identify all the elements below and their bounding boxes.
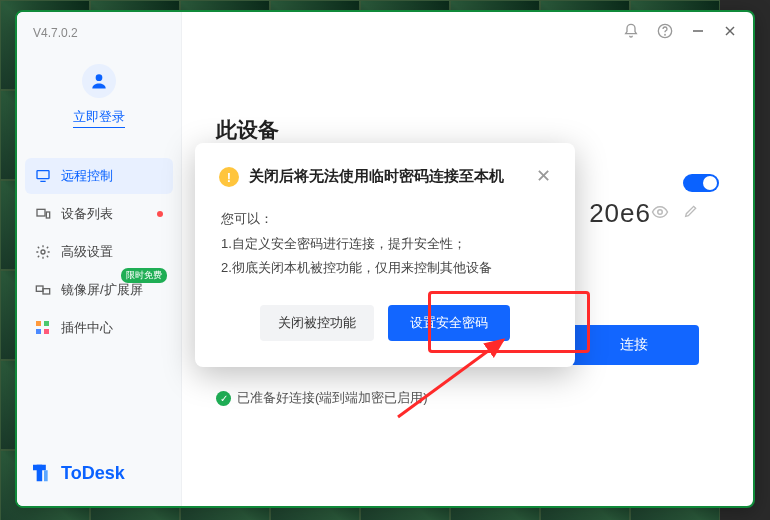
status-text: 已准备好连接(端到端加密已启用) bbox=[237, 389, 428, 407]
free-badge: 限时免费 bbox=[121, 268, 167, 283]
svg-rect-19 bbox=[44, 470, 48, 481]
dialog-title: 关闭后将无法使用临时密码连接至本机 bbox=[249, 167, 526, 186]
sidebar-item-settings[interactable]: 高级设置 bbox=[25, 234, 173, 270]
gear-icon bbox=[35, 244, 51, 260]
svg-point-1 bbox=[665, 34, 666, 35]
sidebar-item-label: 远程控制 bbox=[61, 167, 113, 185]
version-label: V4.7.0.2 bbox=[33, 26, 78, 40]
section-title: 此设备 bbox=[216, 116, 719, 144]
svg-rect-13 bbox=[36, 321, 41, 326]
sidebar-item-label: 镜像屏/扩展屏 bbox=[61, 281, 143, 299]
dialog-body: 您可以： 1.自定义安全密码进行连接，提升安全性； 2.彻底关闭本机被控功能，仅… bbox=[219, 207, 551, 281]
disable-control-button[interactable]: 关闭被控功能 bbox=[260, 305, 374, 341]
svg-rect-8 bbox=[37, 209, 45, 216]
dialog-line-1: 1.自定义安全密码进行连接，提升安全性； bbox=[221, 232, 551, 257]
svg-rect-15 bbox=[36, 329, 41, 334]
set-password-button[interactable]: 设置安全密码 bbox=[388, 305, 510, 341]
svg-point-5 bbox=[96, 74, 103, 81]
svg-rect-16 bbox=[44, 329, 49, 334]
plugin-icon bbox=[35, 320, 51, 336]
titlebar: V4.7.0.2 bbox=[17, 12, 753, 54]
dialog-actions: 关闭被控功能 设置安全密码 bbox=[219, 305, 551, 341]
brand-icon bbox=[33, 462, 55, 484]
code-actions bbox=[651, 203, 699, 225]
svg-point-20 bbox=[658, 209, 663, 214]
svg-rect-11 bbox=[36, 286, 43, 291]
dialog-close-button[interactable]: ✕ bbox=[536, 167, 551, 185]
device-code-fragment: 20e6 bbox=[589, 198, 651, 229]
sidebar-item-plugins[interactable]: 插件中心 bbox=[25, 310, 173, 346]
sidebar-item-label: 插件中心 bbox=[61, 319, 113, 337]
dialog-line-2: 2.彻底关闭本机被控功能，仅用来控制其他设备 bbox=[221, 256, 551, 281]
avatar[interactable] bbox=[82, 64, 116, 98]
dialog-intro: 您可以： bbox=[221, 207, 551, 232]
warning-icon: ! bbox=[219, 167, 239, 187]
sidebar: 立即登录 远程控制 设备列表 高级设置 镜像屏/扩展屏 限时免费 bbox=[17, 12, 182, 506]
sidebar-item-mirror[interactable]: 镜像屏/扩展屏 限时免费 bbox=[25, 272, 173, 308]
bell-icon[interactable] bbox=[623, 23, 639, 43]
svg-rect-6 bbox=[37, 171, 49, 179]
allow-control-toggle[interactable] bbox=[683, 174, 719, 192]
brand: ToDesk bbox=[17, 444, 181, 506]
devices-icon bbox=[35, 206, 51, 222]
sidebar-item-label: 设备列表 bbox=[61, 205, 113, 223]
brand-text: ToDesk bbox=[61, 463, 125, 484]
connect-button[interactable]: 连接 bbox=[569, 325, 699, 365]
svg-rect-12 bbox=[43, 289, 50, 294]
title-actions bbox=[623, 23, 737, 43]
shield-icon: ✓ bbox=[216, 391, 231, 406]
svg-rect-9 bbox=[46, 212, 49, 218]
sidebar-item-remote[interactable]: 远程控制 bbox=[25, 158, 173, 194]
svg-point-10 bbox=[41, 250, 45, 254]
eye-icon[interactable] bbox=[651, 203, 669, 225]
avatar-block: 立即登录 bbox=[17, 64, 181, 150]
help-icon[interactable] bbox=[657, 23, 673, 43]
status-line: ✓ 已准备好连接(端到端加密已启用) bbox=[216, 365, 719, 407]
sidebar-item-devices[interactable]: 设备列表 bbox=[25, 196, 173, 232]
close-button[interactable] bbox=[723, 24, 737, 42]
minimize-button[interactable] bbox=[691, 24, 705, 42]
svg-rect-14 bbox=[44, 321, 49, 326]
svg-rect-18 bbox=[33, 465, 46, 471]
sidebar-item-label: 高级设置 bbox=[61, 243, 113, 261]
edit-icon[interactable] bbox=[683, 203, 699, 225]
screens-icon bbox=[35, 282, 51, 298]
login-link[interactable]: 立即登录 bbox=[73, 108, 125, 128]
notification-dot bbox=[157, 211, 163, 217]
monitor-icon bbox=[35, 168, 51, 184]
nav: 远程控制 设备列表 高级设置 镜像屏/扩展屏 限时免费 插件中心 bbox=[17, 158, 181, 346]
confirm-dialog: ! 关闭后将无法使用临时密码连接至本机 ✕ 您可以： 1.自定义安全密码进行连接… bbox=[195, 143, 575, 367]
